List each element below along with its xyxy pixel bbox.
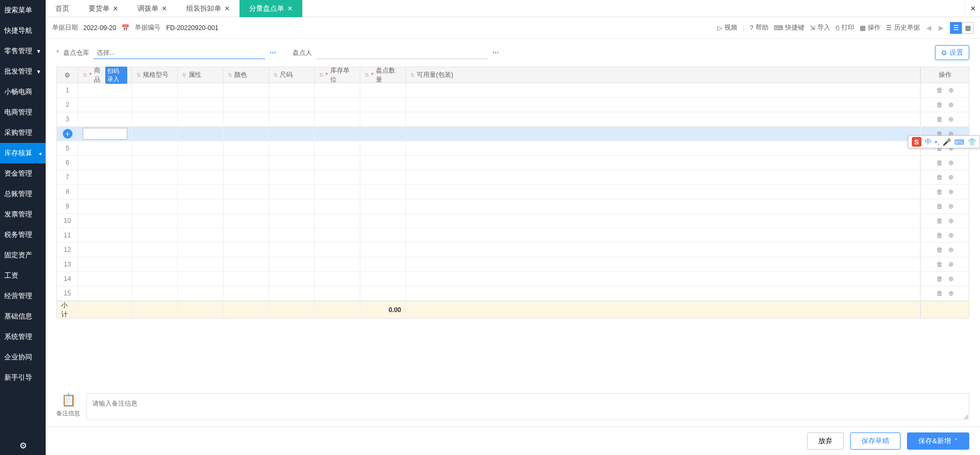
view-list[interactable]: ☰: [950, 22, 962, 34]
cell[interactable]: [178, 83, 223, 97]
cell[interactable]: [78, 243, 132, 257]
cell[interactable]: [269, 170, 315, 184]
cell[interactable]: [360, 170, 406, 184]
cell[interactable]: [132, 98, 178, 112]
copy-icon[interactable]: ⊕: [948, 86, 954, 94]
cell[interactable]: [315, 228, 360, 242]
operate-action[interactable]: ▦操作: [860, 23, 881, 32]
tab-1[interactable]: 要货单✕: [79, 0, 128, 17]
sidebar-item-2[interactable]: 零售管理▼: [0, 41, 46, 61]
sidebar-item-9[interactable]: 总账管理: [0, 184, 46, 204]
header-unit[interactable]: ⇅*库存单位: [315, 67, 360, 83]
cell[interactable]: [78, 214, 132, 228]
sidebar-item-16[interactable]: 系统管理: [0, 327, 46, 347]
cell[interactable]: [78, 286, 132, 300]
calendar-icon[interactable]: 📅: [121, 24, 129, 32]
header-avail[interactable]: ⇅可用量(包装): [406, 67, 920, 83]
cell[interactable]: [269, 243, 315, 257]
copy-icon[interactable]: ⊕: [948, 174, 954, 181]
sidebar-item-12[interactable]: 固定资产: [0, 245, 46, 265]
cell[interactable]: [315, 141, 360, 155]
copy-icon[interactable]: ⊕: [948, 188, 954, 196]
cell[interactable]: [178, 185, 223, 199]
cell[interactable]: [360, 214, 406, 228]
cell[interactable]: [269, 141, 315, 155]
cell[interactable]: [315, 199, 360, 213]
delete-icon[interactable]: 🗑: [937, 290, 943, 297]
video-action[interactable]: ▷视频: [717, 23, 737, 32]
cell[interactable]: [315, 170, 360, 184]
cell[interactable]: [132, 141, 178, 155]
cell[interactable]: [178, 170, 223, 184]
cell[interactable]: [269, 112, 315, 126]
cell[interactable]: [315, 83, 360, 97]
cell[interactable]: [360, 228, 406, 242]
cell[interactable]: [360, 243, 406, 257]
copy-icon[interactable]: ⊕: [948, 261, 954, 268]
cell[interactable]: [178, 127, 223, 141]
cell[interactable]: [406, 141, 920, 155]
table-row[interactable]: 7🗑⊕: [57, 170, 969, 185]
cell[interactable]: [178, 112, 223, 126]
import-action[interactable]: ⇲导入: [810, 23, 830, 32]
table-row[interactable]: 9🗑⊕: [57, 199, 969, 214]
cell[interactable]: [132, 156, 178, 170]
cell[interactable]: [315, 112, 360, 126]
cell[interactable]: [78, 112, 132, 126]
cell[interactable]: [406, 257, 920, 271]
cell[interactable]: [78, 170, 132, 184]
table-row[interactable]: 14🗑⊕: [57, 272, 969, 286]
sidebar-item-14[interactable]: 经营管理: [0, 286, 46, 306]
cell[interactable]: [223, 257, 269, 271]
sidebar-item-4[interactable]: 小畅电商: [0, 82, 46, 102]
sidebar-item-17[interactable]: 企业协同: [0, 347, 46, 367]
cell[interactable]: [269, 185, 315, 199]
cell[interactable]: [78, 83, 132, 97]
warehouse-more[interactable]: ⋯: [270, 49, 277, 56]
cell[interactable]: [132, 112, 178, 126]
cell[interactable]: [315, 272, 360, 286]
nav-prev[interactable]: ◀: [925, 24, 932, 32]
cell[interactable]: [132, 199, 178, 213]
cell[interactable]: [406, 170, 920, 184]
sidebar-item-10[interactable]: 发票管理: [0, 204, 46, 225]
cell[interactable]: [178, 243, 223, 257]
tab-0[interactable]: 首页: [46, 0, 79, 17]
cell[interactable]: [360, 83, 406, 97]
cell[interactable]: [269, 98, 315, 112]
cell[interactable]: [178, 141, 223, 155]
date-value[interactable]: 2022-09-20: [83, 24, 116, 32]
cell[interactable]: [406, 228, 920, 242]
header-qty[interactable]: ⇅*盘点数量: [360, 67, 406, 83]
cell[interactable]: [406, 156, 920, 170]
delete-icon[interactable]: 🗑: [937, 101, 943, 109]
cell[interactable]: [269, 286, 315, 300]
cell[interactable]: [132, 272, 178, 286]
cell[interactable]: [269, 156, 315, 170]
delete-icon[interactable]: 🗑: [937, 115, 943, 123]
cell[interactable]: [406, 272, 920, 286]
cell[interactable]: [78, 185, 132, 199]
cell[interactable]: [269, 272, 315, 286]
delete-icon[interactable]: 🗑: [937, 203, 943, 210]
table-row[interactable]: 13🗑⊕: [57, 257, 969, 272]
cell[interactable]: [315, 286, 360, 300]
cell[interactable]: [360, 185, 406, 199]
cell[interactable]: [315, 214, 360, 228]
header-size[interactable]: ⇅尺码: [269, 67, 315, 83]
copy-icon[interactable]: ⊕: [948, 115, 954, 123]
close-icon[interactable]: ✕: [113, 0, 118, 17]
warehouse-input[interactable]: [93, 47, 265, 59]
copy-icon[interactable]: ⊕: [948, 101, 954, 109]
table-row[interactable]: 11🗑⊕: [57, 228, 969, 243]
table-row[interactable]: 5🗑⊕: [57, 141, 969, 156]
help-action[interactable]: ?帮助: [750, 23, 768, 32]
cell[interactable]: [78, 272, 132, 286]
nav-next[interactable]: ▶: [938, 24, 945, 32]
sidebar-item-18[interactable]: 新手引导: [0, 367, 46, 388]
ime-lang[interactable]: 中: [925, 137, 932, 147]
cell[interactable]: [315, 185, 360, 199]
table-row[interactable]: 3🗑⊕: [57, 112, 969, 127]
sidebar-item-1[interactable]: 快捷导航: [0, 20, 46, 41]
cell[interactable]: [78, 98, 132, 112]
